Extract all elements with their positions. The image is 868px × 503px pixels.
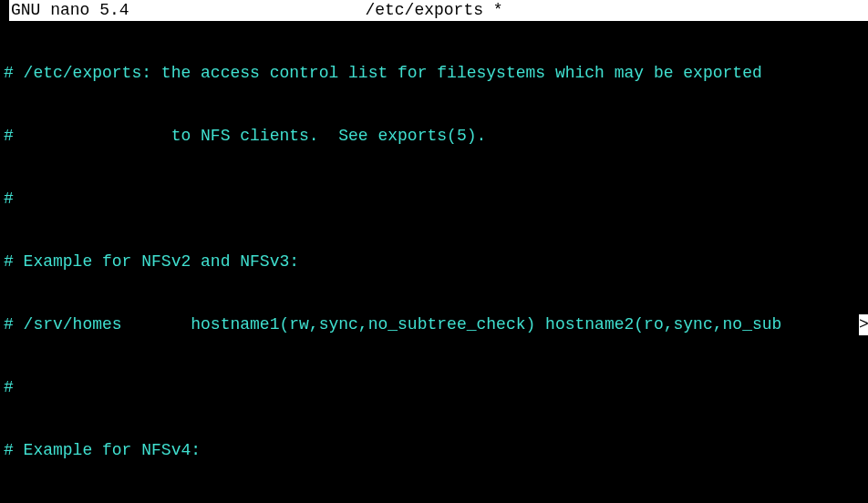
- file-line: # /srv/homes hostname1(rw,sync,no_subtre…: [4, 314, 868, 335]
- editor-area[interactable]: # /etc/exports: the access control list …: [0, 21, 868, 503]
- file-line: # Example for NFSv4:: [4, 440, 868, 461]
- nano-terminal: GNU nano 5.4 /etc/exports * # /etc/expor…: [0, 0, 868, 503]
- app-name: GNU nano 5.4: [9, 0, 129, 21]
- file-line: # Example for NFSv2 and NFSv3:: [4, 252, 868, 272]
- titlebar: GNU nano 5.4 /etc/exports *: [0, 0, 868, 21]
- line-overflow-icon: >: [859, 314, 868, 335]
- file-name: /etc/exports *: [0, 0, 868, 21]
- file-line: # to NFS clients. See exports(5).: [4, 126, 868, 147]
- shortcut-bar: ^GHelp ^OWrite Out ^WWhere Is ^KCut ^TEx…: [0, 461, 868, 503]
- file-line: # /etc/exports: the access control list …: [4, 63, 868, 84]
- file-line: #: [4, 377, 868, 398]
- file-line: #: [4, 189, 868, 210]
